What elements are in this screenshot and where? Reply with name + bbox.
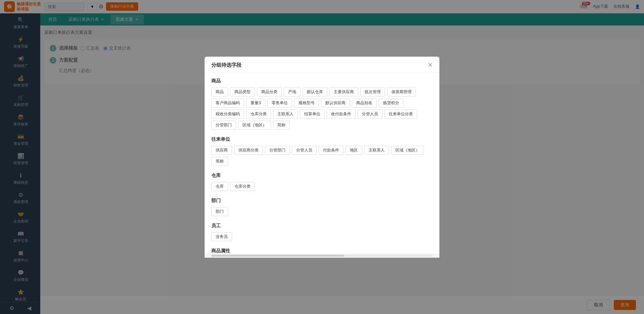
field-tag-3-0[interactable]: 部门: [211, 207, 228, 216]
modal-title: 分组待选字段: [211, 62, 241, 68]
field-tag-1-4[interactable]: 付款条件: [319, 146, 343, 155]
field-section-3: 部门部门: [211, 198, 433, 216]
field-tag-1-8[interactable]: 简称: [211, 157, 228, 166]
field-tag-0-7[interactable]: 保质期管理: [387, 87, 416, 97]
field-tag-0-20[interactable]: 分管人员: [358, 110, 382, 119]
field-tag-1-5[interactable]: 地区: [345, 146, 362, 155]
field-tag-1-7[interactable]: 区域（地区）: [391, 146, 424, 155]
field-tag-0-21[interactable]: 往来单位分类: [384, 110, 417, 119]
modal-close-button[interactable]: ✕: [428, 62, 433, 68]
modal-header: 分组待选字段 ✕: [205, 57, 439, 73]
field-tag-1-6[interactable]: 主联系人: [364, 146, 389, 155]
field-tag-0-10[interactable]: 零售单位: [267, 99, 292, 108]
field-tag-0-14[interactable]: 炼货积分: [379, 99, 404, 108]
field-tag-0-22[interactable]: 分管部门: [211, 121, 236, 130]
field-tag-0-1[interactable]: 商品类型: [230, 87, 255, 97]
field-tag-0-6[interactable]: 批次管理: [360, 87, 385, 97]
field-tag-0-5[interactable]: 主要供应商: [329, 87, 358, 97]
field-section-5: 商品属性属性颜色多规格尺码鞋码1: [211, 248, 433, 254]
field-tag-1-2[interactable]: 分管部门: [265, 146, 290, 155]
field-tag-4-0[interactable]: 业务员: [211, 232, 232, 241]
field-tags-1: 供应商供应商分类分管部门分管人员付款条件地区主联系人区域（地区）简称: [211, 146, 433, 166]
field-tag-0-4[interactable]: 默认仓库: [303, 87, 327, 97]
field-tag-1-1[interactable]: 供应商分类: [234, 146, 263, 155]
field-section-title-0: 商品: [211, 78, 433, 84]
field-section-title-1: 往来单位: [211, 136, 433, 142]
modal-overlay: 分组待选字段 ✕ 商品商品商品类型商品分类产地默认仓库主要供应商批次管理保质期管…: [0, 0, 644, 314]
field-tag-0-3[interactable]: 产地: [284, 87, 301, 97]
field-tag-0-24[interactable]: 简称: [273, 121, 290, 130]
field-section-2: 仓库仓库仓库分类: [211, 173, 433, 191]
field-section-title-3: 部门: [211, 198, 433, 204]
field-tag-0-23[interactable]: 区域（地区）: [238, 121, 271, 130]
field-section-title-4: 员工: [211, 223, 433, 229]
field-tags-2: 仓库仓库分类: [211, 182, 433, 191]
field-section-title-2: 仓库: [211, 173, 433, 179]
field-section-0: 商品商品商品类型商品分类产地默认仓库主要供应商批次管理保质期管理客户商品编码重量…: [211, 78, 433, 130]
field-tag-2-1[interactable]: 仓库分类: [230, 182, 255, 191]
field-tag-2-0[interactable]: 仓库: [211, 182, 228, 191]
field-tags-4: 业务员: [211, 232, 433, 241]
field-tag-0-16[interactable]: 仓库分类: [246, 110, 271, 119]
field-tag-1-3[interactable]: 分管人员: [292, 146, 317, 155]
field-tags-3: 部门: [211, 207, 433, 216]
field-section-1: 往来单位供应商供应商分类分管部门分管人员付款条件地区主联系人区域（地区）简称: [211, 136, 433, 166]
modal-scrollbar[interactable]: [205, 254, 439, 258]
field-tag-0-0[interactable]: 商品: [211, 87, 228, 97]
modal-body: 商品商品商品类型商品分类产地默认仓库主要供应商批次管理保质期管理客户商品编码重量…: [205, 73, 439, 254]
field-section-title-5: 商品属性: [211, 248, 433, 254]
field-tag-0-18[interactable]: 结算单位: [300, 110, 325, 119]
field-section-4: 员工业务员: [211, 223, 433, 241]
field-tag-0-15[interactable]: 税收分类编码: [211, 110, 244, 119]
field-tag-0-8[interactable]: 客户商品编码: [211, 99, 244, 108]
field-tag-0-11[interactable]: 规格型号: [294, 99, 319, 108]
modal-dialog: 分组待选字段 ✕ 商品商品商品类型商品分类产地默认仓库主要供应商批次管理保质期管…: [205, 57, 439, 258]
field-tag-0-17[interactable]: 主联系人: [273, 110, 298, 119]
field-tag-0-12[interactable]: 默认供应商: [321, 99, 350, 108]
field-tag-1-0[interactable]: 供应商: [211, 146, 232, 155]
field-tag-0-9[interactable]: 重量3: [246, 99, 265, 108]
field-tag-0-19[interactable]: 收付款条件: [327, 110, 356, 119]
field-tag-0-2[interactable]: 商品分类: [257, 87, 282, 97]
field-tag-0-13[interactable]: 商品别名: [352, 99, 377, 108]
field-tags-0: 商品商品类型商品分类产地默认仓库主要供应商批次管理保质期管理客户商品编码重量3零…: [211, 87, 433, 130]
